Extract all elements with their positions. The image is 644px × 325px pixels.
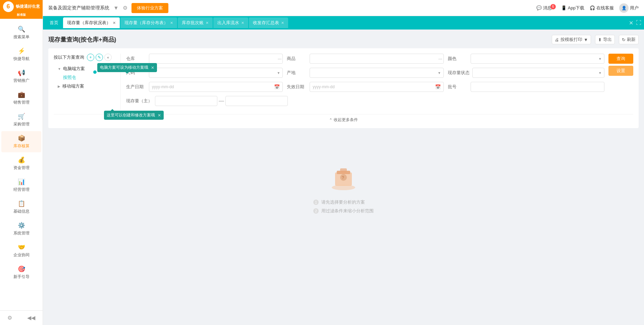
quantity-min[interactable]: [155, 96, 217, 106]
tab-receive-summary[interactable]: 收发存汇总表 ✕: [249, 17, 288, 28]
batch-no-input[interactable]: [471, 82, 604, 92]
tab-receive-summary-label: 收发存汇总表: [253, 20, 279, 26]
collapse-sidebar-icon[interactable]: ◀◀: [27, 315, 35, 321]
basic-icon: 📋: [18, 200, 25, 207]
scheme-item-sub[interactable]: 按照仓: [62, 74, 116, 81]
sidebar-item-enterprise[interactable]: 🤝 企业协同: [1, 240, 41, 261]
expire-date-start[interactable]: yyyy-mm-dd 📅: [310, 82, 443, 92]
color-select[interactable]: [471, 54, 604, 64]
sidebar-item-newbie[interactable]: 🎯 新手引导: [1, 262, 41, 283]
quantity-max[interactable]: [225, 96, 288, 106]
product-select-wrap: ···: [310, 54, 443, 64]
tab-inventory-dist-label: 现存量（库存分布表）: [124, 20, 168, 26]
edit-tooltip-close[interactable]: ✕: [158, 113, 161, 118]
tab-inventory-dist-close[interactable]: ✕: [170, 21, 173, 25]
sidebar-item-operation[interactable]: 📊 经营管理: [1, 175, 41, 196]
tab-inventory-dist[interactable]: 现存量（库存分布表） ✕: [120, 17, 177, 28]
tab-bar: 首页 现存量（库存状况表） ✕ 现存量（库存分布表） ✕ 库存批次账 ✕ 出入库…: [43, 16, 644, 30]
scheme-item-mobile[interactable]: ▶ 移动端方案: [56, 83, 116, 90]
sidebar-item-basic[interactable]: 📋 基础信息: [1, 197, 41, 218]
support-label: 在线客服: [596, 5, 614, 11]
sales-icon: 💼: [18, 91, 25, 98]
color-label: 颜色: [448, 56, 468, 62]
tip-num-2: 2: [313, 208, 319, 214]
origin-select-wrap: ▼: [310, 68, 443, 78]
edit-tooltip-text: 这里可以创建和修改方案哦: [107, 112, 155, 118]
expire-date-start-calendar[interactable]: 📅: [435, 84, 441, 90]
add-scheme-btn[interactable]: +: [87, 54, 94, 61]
print-icon: 🖨: [555, 37, 559, 42]
tab-batch-account-close[interactable]: ✕: [206, 21, 209, 25]
purchase-icon: 🛒: [18, 113, 25, 120]
filter-row-2: 尺码 ▼ 产地: [126, 68, 604, 78]
edit-scheme-btn[interactable]: ✎: [96, 54, 103, 61]
produce-date-start-calendar[interactable]: 📅: [274, 84, 280, 90]
system-selector-icon[interactable]: ▼: [113, 5, 119, 11]
message-item[interactable]: 💬 消息 6: [536, 5, 556, 11]
size-select[interactable]: [149, 68, 283, 78]
sidebar-item-purchase[interactable]: 🛒 采购管理: [1, 109, 41, 130]
refresh-btn[interactable]: ↻ 刷新: [619, 35, 639, 44]
tab-inventory-status-close[interactable]: ✕: [113, 21, 116, 25]
scheme-arrow-mobile: ▶: [58, 85, 60, 88]
product-dots[interactable]: ···: [438, 56, 442, 61]
sidebar-item-search[interactable]: 🔍 搜索菜单: [1, 22, 41, 43]
print-btn[interactable]: 🖨 按模板打印 ▼: [552, 35, 591, 44]
app-label: App下载: [568, 5, 584, 11]
collapse-icon: ⌃: [329, 118, 332, 122]
tab-close-all-icon[interactable]: ✕: [629, 20, 633, 26]
sidebar-item-finance[interactable]: 💰 资金管理: [1, 153, 41, 174]
filter-produce-date: 生产日期 yyyy-mm-dd 📅: [126, 82, 283, 92]
sidebar-item-inventory[interactable]: 📦 库存核算: [1, 131, 41, 152]
origin-select[interactable]: [310, 68, 443, 78]
empty-tip-1: 1 请先选择要分析的方案: [313, 198, 374, 207]
expire-date-label: 失效日期: [287, 84, 307, 90]
filter-row-1: 仓库 ··· 商品 ···: [126, 54, 604, 64]
empty-state: ? 1 请先选择要分析的方案 2 用过滤条件来缩小分析范围: [48, 132, 639, 242]
empty-tips: 1 请先选择要分析的方案 2 用过滤条件来缩小分析范围: [313, 198, 374, 215]
user-item[interactable]: 👤 用户: [619, 3, 639, 13]
tab-maximize-icon[interactable]: ⛶: [636, 20, 641, 26]
sidebar-label-operation: 经营管理: [13, 187, 30, 193]
filter-stock-status: 现存量状态 ▼: [448, 68, 604, 78]
stock-status-select-wrap: ▼: [472, 68, 604, 78]
search-btn[interactable]: 查询: [608, 54, 633, 64]
size-select-wrap: ▼: [149, 68, 283, 78]
support-item[interactable]: 🎧 在线客服: [590, 5, 614, 11]
stock-status-select[interactable]: [472, 68, 604, 78]
tab-receive-summary-close[interactable]: ✕: [281, 21, 284, 25]
sidebar-item-sales[interactable]: 💼 销售管理: [1, 88, 41, 109]
warehouse-label: 仓库: [126, 56, 146, 62]
reset-btn[interactable]: 设置: [608, 66, 633, 76]
warehouse-dots[interactable]: ···: [278, 56, 282, 61]
tab-batch-account[interactable]: 库存批次账 ✕: [178, 17, 213, 28]
settings-bottom-icon[interactable]: ⚙: [7, 315, 12, 321]
scheme-tooltip-close[interactable]: ✕: [151, 65, 154, 70]
back-scheme-btn[interactable]: «: [104, 54, 112, 61]
sidebar: 6 畅捷通好生意 标准版 🔍 搜索菜单 ⚡ 快捷导航 📢 营销推广 💼 销售管理…: [0, 0, 43, 325]
tab-inout-flow-close[interactable]: ✕: [241, 21, 244, 25]
product-input[interactable]: [310, 54, 443, 64]
filter-header-label: 按以下方案查询: [54, 54, 84, 60]
filter-color: 颜色 ▼: [448, 54, 604, 64]
warehouse-input[interactable]: [149, 54, 283, 64]
export-btn[interactable]: ⬆ 导出: [595, 35, 615, 44]
industry-btn[interactable]: 体验行业方案: [131, 3, 168, 13]
settings-icon[interactable]: ⚙: [123, 5, 127, 11]
main-area: 装备及固定资产辅助管理系统 ▼ ⚙ 体验行业方案 💬 消息 6 📱 App下载 …: [43, 0, 644, 325]
app-download-item[interactable]: 📱 App下载: [561, 5, 584, 11]
sidebar-label-finance: 资金管理: [13, 165, 30, 171]
sidebar-item-marketing[interactable]: 📢 营销推广: [1, 66, 41, 87]
scheme-sub-label: 按照仓: [63, 74, 76, 80]
filter-header: 按以下方案查询 + ✎ «: [54, 54, 116, 61]
tab-inout-flow[interactable]: 出入库流水 ✕: [213, 17, 248, 28]
tab-inventory-status-label: 现存量（库存状况表）: [67, 20, 111, 26]
tab-inventory-status[interactable]: 现存量（库存状况表） ✕: [63, 17, 120, 28]
tab-home[interactable]: 首页: [46, 17, 62, 28]
tip-num-1: 1: [313, 200, 319, 205]
produce-date-start[interactable]: yyyy-mm-dd 📅: [149, 82, 283, 92]
sidebar-item-system[interactable]: ⚙️ 系统管理: [1, 218, 41, 239]
enterprise-icon: 🤝: [18, 243, 25, 251]
color-select-wrap: ▼: [471, 54, 604, 64]
sidebar-item-quick[interactable]: ⚡ 快捷导航: [1, 44, 41, 65]
